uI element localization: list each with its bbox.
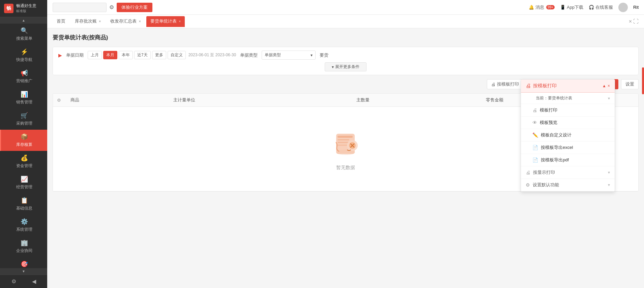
table-settings-icon[interactable]: ⚙ [57, 98, 61, 103]
tab-batch-account[interactable]: 库存批次账 × [71, 16, 105, 27]
chevron-right-icon2: ▾ [608, 183, 610, 187]
close-dropdown-icon[interactable]: × [608, 84, 610, 88]
th-unit: 主计量单位 [169, 94, 352, 107]
sidebar-item-enterprise[interactable]: 🏢 企业协同 [0, 236, 47, 257]
svg-rect-2 [338, 136, 353, 138]
sidebar-label-system: 系统管理 [16, 227, 32, 232]
date-btn-current-year[interactable]: 本年 [119, 51, 133, 59]
tab-collection-summary[interactable]: 收发存汇总表 × [106, 16, 145, 27]
date-btn-7days[interactable]: 近7天 [134, 51, 151, 59]
resize-handle[interactable] [642, 67, 644, 94]
phone-icon: 📱 [560, 5, 565, 10]
tab-collection-summary-close[interactable]: × [139, 19, 141, 23]
tab-home[interactable]: 首页 [53, 16, 69, 27]
date-btn-more[interactable]: 更多 [152, 51, 166, 59]
sidebar-item-purchase[interactable]: 🛒 采购管理 [0, 108, 47, 130]
filter-toggle-icon[interactable]: ▶ [58, 53, 62, 58]
dropdown-title-text: 按模板打印 [533, 83, 557, 89]
settings-btn[interactable]: 设置 [621, 79, 639, 89]
sidebar-label-finance: 资金管理 [16, 163, 32, 169]
doc-type-filter-label: 单据类型 [240, 52, 258, 58]
print-dropdown-menu: 🖨 按模板打印 ▲ × 当前：要货单统计表 ▾ 🖨 模板打印 [521, 79, 615, 192]
tab-batch-account-close[interactable]: × [99, 19, 101, 23]
tab-order-stats-close[interactable]: × [179, 19, 181, 23]
settings-icon[interactable]: ⚙ [11, 278, 16, 285]
tab-order-stats[interactable]: 要货单统计表 × [146, 16, 185, 27]
marketing-icon: 📢 [21, 69, 28, 77]
sidebar-scroll-up[interactable]: ▲ [0, 17, 47, 24]
dropdown-sub-default-setting[interactable]: ⚙ 设置默认功能 ▾ [521, 179, 615, 191]
search-input[interactable] [53, 3, 107, 12]
app-logo: 畅 畅通好生意 标准版 [0, 0, 47, 17]
app-download-btn[interactable]: 📱 App下载 [560, 4, 583, 10]
sidebar-item-quick-nav[interactable]: ⚡ 快捷导航 [0, 45, 47, 66]
dropdown-current[interactable]: 当前：要货单统计表 ▾ [521, 93, 615, 104]
page-title: 要货单统计表(按商品) [53, 34, 639, 41]
filter-row: ▶ 单据日期 上月 本月 本年 近7天 更多 自定义 2023-06-01 至 … [58, 51, 633, 60]
chevron-down-icon: ▾ [332, 65, 334, 69]
dropdown-item-template-print[interactable]: 🖨 模板打印 [521, 104, 615, 117]
app-download-label: App下载 [567, 4, 583, 10]
sidebar-item-basic-info[interactable]: 📋 基础信息 [0, 193, 47, 215]
topbar: ⚙ 体验行业方案 🔔 消息 99+ 📱 App下载 🎧 在线客服 Rit [47, 0, 644, 15]
settings-gear-icon[interactable]: ⚙ [109, 4, 114, 10]
dropdown-title: 🖨 按模板打印 [526, 83, 557, 89]
sidebar-item-inventory[interactable]: 📦 库存核算 [0, 130, 47, 151]
sidebar-item-sales[interactable]: 📊 销售管理 [0, 87, 47, 108]
sidebar-label-purchase: 采购管理 [16, 121, 32, 126]
chevron-up-icon[interactable]: ▲ [602, 84, 606, 88]
filter-bar: ▶ 单据日期 上月 本月 本年 近7天 更多 自定义 2023-06-01 至 … [53, 47, 639, 75]
newbie-icon: 🎯 [21, 260, 28, 268]
tab-batch-account-label: 库存批次账 [75, 18, 97, 24]
dropdown-sub-display-print-label: 按显示打印 [533, 169, 555, 175]
sales-icon: 📊 [21, 91, 28, 98]
logo-icon: 畅 [4, 4, 13, 13]
sidebar-item-marketing[interactable]: 📢 营销推广 [0, 66, 47, 87]
app-version: 标准版 [16, 9, 36, 13]
tabs-expand-icon[interactable]: ⛶ [633, 19, 639, 25]
doc-type-select[interactable]: 单据类型 ▾ [262, 51, 316, 60]
sidebar-item-operations[interactable]: 📈 经营管理 [0, 172, 47, 193]
dropdown-item-template-custom[interactable]: ✏️ 模板自定义设计 [521, 129, 615, 141]
sidebar-item-search[interactable]: 🔍 搜索菜单 [0, 24, 47, 45]
sidebar: 畅 畅通好生意 标准版 ▲ 🔍 搜索菜单 ⚡ 快捷导航 📢 营销推广 📊 销售管… [0, 0, 47, 288]
sidebar-label-operations: 经营管理 [16, 184, 32, 190]
expand-filter-btn[interactable]: ▾ 展开更多条件 [325, 62, 367, 71]
headset-icon: 🎧 [589, 5, 594, 10]
toolbar-row: 🖨 按模板打印 ▲ 📤 导出 🔄 刷新 ... 查询 设置 🖨 按模板打 [53, 79, 639, 89]
excel-item-icon: 📄 [532, 145, 538, 150]
sidebar-label-quick-nav: 快捷导航 [16, 57, 32, 63]
date-btn-prev-month[interactable]: 上月 [88, 51, 102, 59]
sidebar-item-finance[interactable]: 💰 资金管理 [0, 151, 47, 172]
avatar[interactable] [618, 3, 628, 12]
enterprise-icon: 🏢 [21, 239, 28, 247]
date-btn-current-month[interactable]: 本月 [103, 51, 117, 59]
system-icon: ⚙️ [21, 218, 28, 225]
preview-item-icon: 👁 [532, 120, 537, 125]
date-filter-label: 单据日期 [66, 52, 84, 58]
sidebar-item-newbie[interactable]: 🎯 新手引导 [0, 257, 47, 268]
dropdown-item-template-print-label: 模板打印 [540, 107, 557, 113]
username: Rit [633, 5, 639, 10]
date-btn-custom[interactable]: 自定义 [168, 51, 186, 59]
sidebar-label-inventory: 库存核算 [16, 142, 32, 148]
dropdown-item-export-excel[interactable]: 📄 按模板导出excel [521, 141, 615, 154]
dropdown-item-template-preview[interactable]: 👁 模板预览 [521, 117, 615, 129]
sound-icon[interactable]: ◀ [32, 278, 36, 285]
main-area: ⚙ 体验行业方案 🔔 消息 99+ 📱 App下载 🎧 在线客服 Rit 首页 [47, 0, 644, 288]
dropdown-item-export-pdf[interactable]: 📄 按模板导出pdf [521, 154, 615, 166]
messages-btn[interactable]: 🔔 消息 99+ [529, 4, 555, 10]
sidebar-item-system[interactable]: ⚙️ 系统管理 [0, 215, 47, 236]
chevron-down-icon: ▾ [608, 96, 610, 101]
tabs-close-all-icon[interactable]: × [629, 19, 632, 25]
sidebar-scroll-down[interactable]: ▼ [0, 268, 47, 275]
search-icon: 🔍 [21, 27, 28, 34]
print-icon: 🖨 [491, 82, 496, 87]
edit-item-icon: ✏️ [532, 132, 538, 138]
trial-btn[interactable]: 体验行业方案 [117, 3, 152, 12]
sidebar-label-enterprise: 企业协同 [16, 248, 32, 254]
dropdown-sub-display-print[interactable]: 🖨 按显示打印 ▾ [521, 166, 615, 179]
messages-badge: 99+ [546, 5, 555, 9]
tab-collection-summary-label: 收发存汇总表 [110, 18, 137, 24]
online-service-btn[interactable]: 🎧 在线客服 [589, 4, 613, 10]
